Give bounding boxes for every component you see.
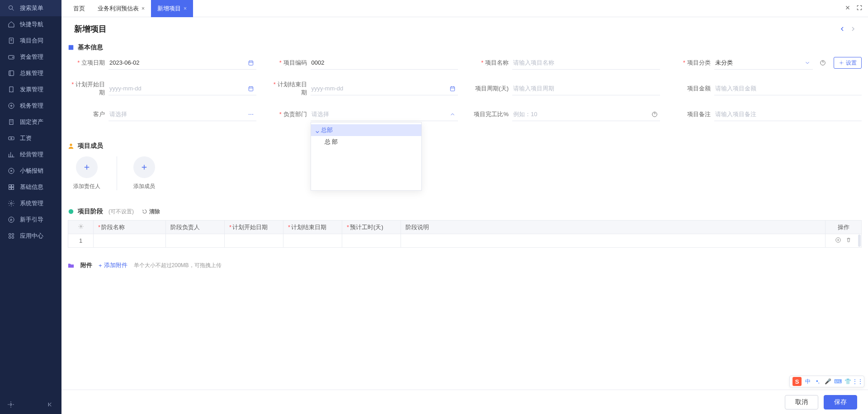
sidebar-search-label: 搜索菜单 (20, 4, 43, 12)
collapse-icon[interactable] (47, 401, 54, 409)
footer-bar: S 中 •, 🎤 ⌨ 👕 ⋮⋮ 取消 保存 (61, 390, 868, 414)
help-icon[interactable] (819, 59, 826, 66)
label-dept: 负责部门 (270, 110, 307, 118)
document-icon (7, 37, 15, 45)
ime-punct-icon[interactable]: •, (814, 378, 821, 385)
label-progress: 项目完工比% (472, 110, 509, 118)
sidebar-item-asset[interactable]: 固定资产 (0, 114, 61, 130)
settings-icon[interactable] (7, 401, 14, 409)
svg-point-31 (70, 144, 72, 146)
add-row-icon[interactable] (834, 238, 843, 245)
money-icon (7, 134, 15, 142)
cell-stage-start[interactable] (225, 234, 283, 248)
label-cycle: 项目周期(天) (472, 85, 509, 93)
ime-voice-icon[interactable]: 🎤 (824, 378, 831, 385)
close-all-icon[interactable] (844, 5, 851, 12)
svg-rect-11 (12, 185, 14, 187)
sidebar-item-operation[interactable]: 经营管理 (0, 146, 61, 163)
dropdown-item-child[interactable]: 总 部 (311, 136, 421, 148)
ime-keyboard-icon[interactable]: ⌨ (834, 378, 841, 385)
sidebar-item-ledger[interactable]: 总账管理 (0, 65, 61, 81)
name-input[interactable] (512, 56, 660, 70)
plan-end-input[interactable] (311, 82, 458, 95)
grid-icon (7, 183, 15, 191)
cell-stage-end[interactable] (283, 234, 342, 248)
more-icon[interactable] (247, 111, 255, 118)
svg-point-32 (69, 209, 74, 214)
plan-start-input[interactable] (108, 82, 256, 95)
svg-point-27 (249, 114, 250, 115)
cell-stage-hours[interactable] (342, 234, 401, 248)
sidebar-item-salary[interactable]: 工资 (0, 130, 61, 146)
label-customer: 客户 (68, 110, 105, 118)
table-scrollbar[interactable] (858, 235, 861, 247)
sidebar-item-quicknav[interactable]: 快捷导航 (0, 16, 61, 33)
code-input[interactable] (311, 56, 458, 70)
svg-rect-16 (9, 234, 11, 235)
next-icon[interactable] (851, 26, 855, 33)
th-stage-end: 计划结束日期 (288, 224, 326, 231)
dept-select[interactable]: 请选择 (311, 108, 458, 121)
label-remark: 项目备注 (674, 110, 711, 118)
dropdown-item-root[interactable]: 总部 (311, 124, 421, 136)
content-scroll: 基本信息 立项日期 项目编码 (61, 39, 868, 390)
ime-more-icon[interactable]: ⋮⋮ (854, 378, 861, 385)
ime-skin-icon[interactable]: 👕 (844, 378, 851, 385)
sidebar-item-invoice[interactable]: 发票管理 (0, 81, 61, 98)
svg-point-24 (841, 62, 842, 64)
search-icon (7, 4, 15, 12)
sidebar-item-system[interactable]: 系统管理 (0, 195, 61, 212)
section-members: 项目成员 添加责任人 添加成员 (68, 137, 862, 197)
help-icon[interactable] (651, 111, 658, 118)
settings-button[interactable]: 设置 (834, 57, 862, 69)
close-icon[interactable]: × (184, 5, 187, 12)
cancel-button[interactable]: 取消 (785, 395, 818, 409)
th-stage-hours: 预计工时(天) (347, 224, 383, 231)
close-icon[interactable]: × (142, 5, 145, 12)
sidebar-item-tax[interactable]: 税务管理 (0, 98, 61, 114)
tab-new-project[interactable]: 新增项目× (151, 0, 193, 17)
category-select[interactable]: 未分类 (714, 56, 813, 70)
delete-row-icon[interactable] (844, 238, 853, 245)
svg-rect-18 (9, 236, 11, 238)
sidebar-item-contract[interactable]: 项目合同 (0, 33, 61, 49)
sidebar-search[interactable]: 搜索菜单 (0, 0, 61, 16)
sidebar-item-apps[interactable]: 应用中心 (0, 228, 61, 244)
stage-icon (68, 208, 74, 215)
customer-select[interactable]: 请选择 (108, 108, 256, 121)
sidebar-item-guide[interactable]: 新手引导 (0, 212, 61, 228)
sidebar-item-expense[interactable]: 小畅报销 (0, 163, 61, 179)
clear-stages-button[interactable]: 清除 (142, 208, 160, 216)
amount-input[interactable] (714, 82, 862, 95)
add-attachment-button[interactable]: 添加附件 (99, 261, 127, 269)
tab-profit-estimate[interactable]: 业务利润预估表× (91, 0, 151, 17)
calendar-icon[interactable] (247, 85, 255, 92)
remark-input[interactable] (714, 108, 862, 121)
add-owner-button[interactable] (76, 156, 98, 178)
ime-lang-icon[interactable]: 中 (804, 378, 811, 385)
sidebar-item-fund[interactable]: 资金管理 (0, 49, 61, 65)
progress-input[interactable] (512, 108, 660, 121)
add-member-button[interactable] (133, 156, 155, 178)
cell-stage-owner[interactable] (166, 234, 225, 248)
expense-icon (7, 167, 15, 175)
user-icon (68, 143, 74, 149)
fullscreen-icon[interactable] (856, 5, 863, 12)
th-gear[interactable] (68, 221, 94, 234)
svg-rect-13 (12, 188, 14, 190)
cell-stage-name[interactable] (94, 234, 166, 248)
cycle-input[interactable] (512, 82, 660, 95)
label-amount: 项目金额 (674, 85, 711, 93)
table-row[interactable]: 1 (68, 234, 862, 248)
prev-icon[interactable] (840, 26, 844, 33)
calendar-icon[interactable] (449, 85, 456, 92)
save-button[interactable]: 保存 (824, 395, 857, 409)
svg-point-14 (10, 202, 12, 204)
cell-stage-desc[interactable] (401, 234, 826, 248)
tab-home[interactable]: 首页 (67, 0, 91, 17)
calendar-icon[interactable] (247, 59, 255, 66)
th-stage-owner: 阶段负责人 (166, 221, 225, 234)
setup-date-input[interactable] (108, 56, 256, 70)
page-title: 新增项目 (74, 24, 107, 34)
sidebar-item-basic[interactable]: 基础信息 (0, 179, 61, 195)
